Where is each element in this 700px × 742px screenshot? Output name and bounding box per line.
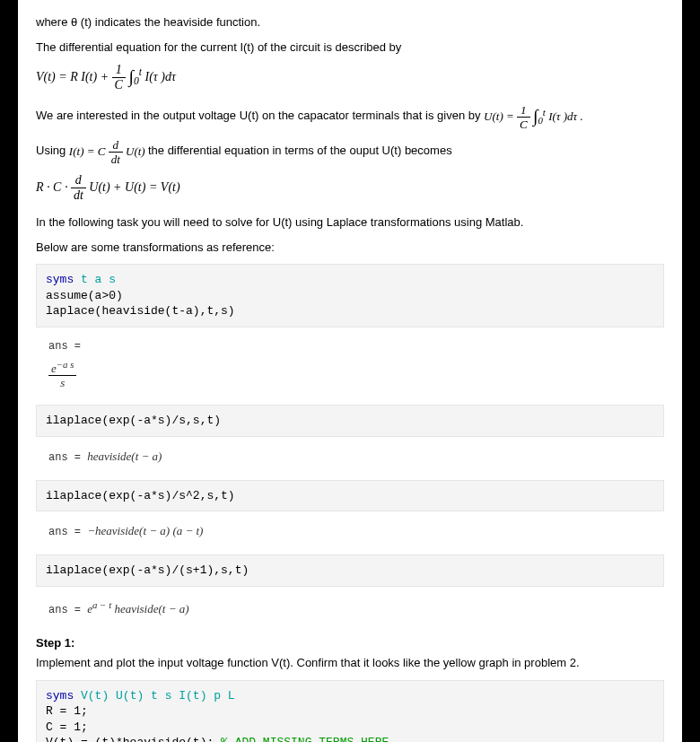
interest-pre: We are interested in the output voltage … [36,109,484,123]
syms-vars: V(t) U(t) t s I(t) p L [74,689,234,703]
integral-sign: ∫ [128,66,133,86]
output-block-4: ans = ea − t heaviside(t − a) [36,594,664,625]
text-heaviside: where θ (t) indicates the heaviside func… [36,14,664,31]
equation-Vt: V(t) = R I(t) + 1 C ∫0t I(τ )dτ [36,64,664,92]
int-upper: t [139,66,142,78]
text-diffeq-intro: The differential equation for the curren… [36,39,664,56]
text-using-It: Using I(t) = C d dt U(t) the differentia… [36,139,664,165]
equation-Ut-inline: U(t) = 1 C ∫0t I(τ )dτ . [484,109,583,123]
ans-label: ans = [48,604,87,616]
code-block-5: syms V(t) U(t) t s I(t) p L R = 1; C = 1… [36,680,664,742]
equation-RC: R · C · d dt U(t) + U(t) = V(t) [36,174,664,202]
step1-heading: Step 1: [36,636,664,650]
frac-exp-over-s: e−a s s [48,360,76,388]
frac-d-dt: d dt [109,139,123,165]
ans-label: ans = [48,451,87,464]
frac-1-over-C: 1 C [112,64,126,92]
code-block-3: ilaplace(exp(-a*s)/s^2,s,t) [36,480,664,512]
code-block-4: ilaplace(exp(-a*s)/(s+1),s,t) [36,554,664,587]
integral-sign-U: ∫ [533,106,538,126]
ans-math: −heaviside(t − a) (a − t) [87,524,203,537]
ans-math: heaviside(t − a) [87,450,162,463]
ans-math: ea − t heaviside(t − a) [87,602,188,615]
code5-lines: R = 1; C = 1; V(t) = (t)*heaviside(t); [46,704,221,742]
keyword-syms: syms [46,273,74,286]
frac-d-dt-RC: d dt [71,174,86,202]
text-reference: Below are some transformations as refere… [36,240,664,256]
ans-label: ans = [48,340,662,353]
output-block-3: ans = −heaviside(t − a) (a − t) [36,519,664,547]
frac-1-over-C-U: 1 C [517,104,530,130]
text-output-voltage: We are interested in the output voltage … [36,104,664,130]
int-body: I(τ )dτ [145,70,177,83]
ans-label: ans = [48,526,87,538]
code-block-1: syms t a s assume(a>0) laplace(heaviside… [36,264,664,327]
step1-text: Implement and plot the input voltage fun… [36,655,664,671]
output-block-2: ans = heaviside(t − a) [36,444,664,473]
code1-rest: assume(a>0) laplace(heaviside(t-a),t,s) [46,289,235,319]
using-pre: Using [36,144,69,158]
equation-It-sub: I(t) = C d dt U(t) [69,144,148,158]
code-block-2: ilaplace(exp(-a*s)/s,s,t) [36,405,664,437]
document-page: where θ (t) indicates the heaviside func… [18,0,682,742]
using-post: the differential equation in terms of th… [148,144,452,158]
output-block-1: ans = e−a s s [36,335,664,397]
syms-vars: t a s [74,273,116,286]
eq-lhs: V(t) = R I(t) + [36,70,112,83]
code-comment: % ADD MISSING TERMS HERE [221,736,389,742]
keyword-syms: syms [46,689,74,703]
text-task: In the following task you will need to s… [36,214,664,231]
